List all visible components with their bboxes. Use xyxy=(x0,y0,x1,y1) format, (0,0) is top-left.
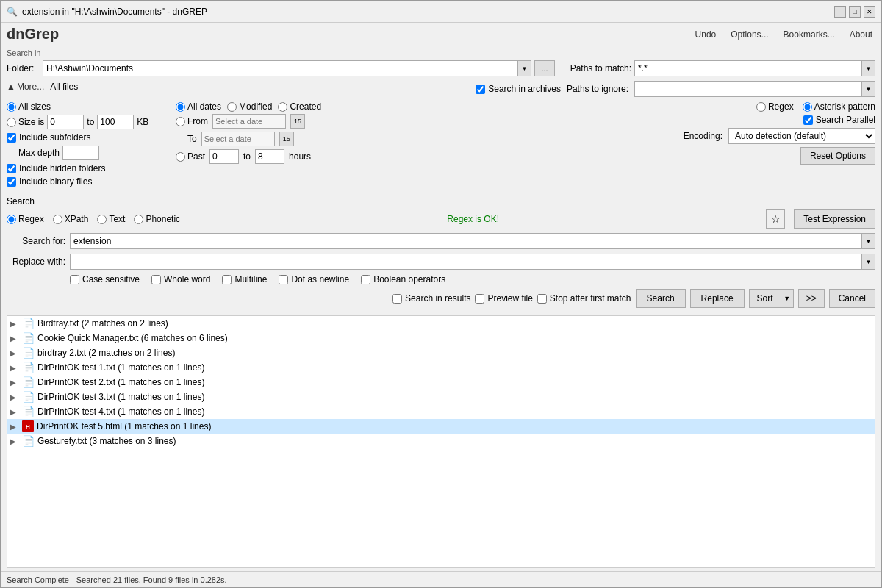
expand-icon[interactable]: ▶ xyxy=(10,423,19,431)
app-window: 🔍 extension in "H:\Ashwin\Documents" - d… xyxy=(0,0,882,588)
text-search-radio[interactable]: Text xyxy=(97,214,125,224)
past-to-input[interactable] xyxy=(255,149,284,164)
from-date-picker[interactable]: 15 xyxy=(290,114,305,129)
result-text: DirPrintOK test 5.html (1 matches on 1 l… xyxy=(37,421,211,431)
expand-icon[interactable]: ▶ xyxy=(10,364,19,372)
preview-file-checkbox[interactable]: Preview file xyxy=(475,293,532,304)
replace-dropdown[interactable]: ▼ xyxy=(862,254,875,270)
size-radio-group: All sizes xyxy=(7,101,176,112)
forward-button[interactable]: >> xyxy=(798,289,825,308)
search-in-results-checkbox[interactable]: Search in results xyxy=(392,293,470,304)
sort-button[interactable]: Sort xyxy=(749,289,781,308)
asterisk-pattern-radio[interactable]: Asterisk pattern xyxy=(803,101,875,112)
list-item[interactable]: ▶📄Birdtray.txt (2 matches on 2 lines) xyxy=(7,316,875,331)
results-area[interactable]: ▶📄Birdtray.txt (2 matches on 2 lines)▶📄C… xyxy=(7,315,875,568)
past-radio[interactable]: Past xyxy=(176,151,205,162)
replace-with-group: ▼ xyxy=(70,254,875,270)
paths-to-match-input[interactable] xyxy=(634,60,862,76)
folder-dropdown-arrow[interactable]: ▼ xyxy=(518,60,531,76)
list-item[interactable]: ▶HDirPrintOK test 5.html (1 matches on 1… xyxy=(7,419,875,434)
maximize-button[interactable]: □ xyxy=(849,6,861,18)
paths-dropdown-arrow[interactable]: ▼ xyxy=(862,60,875,76)
to-date-picker[interactable]: 15 xyxy=(279,132,294,146)
replace-button[interactable]: Replace xyxy=(690,289,745,308)
max-depth-input[interactable] xyxy=(62,146,99,160)
multiline-checkbox[interactable]: Multiline xyxy=(222,274,267,284)
to-date-row: To 15 xyxy=(176,132,345,146)
more-button[interactable]: ▲ More... xyxy=(7,82,44,92)
modified-radio[interactable]: Modified xyxy=(227,101,272,112)
regex-pattern-radio[interactable]: Regex xyxy=(756,101,794,112)
encoding-select[interactable]: Auto detection (default) xyxy=(728,128,875,144)
folder-input[interactable] xyxy=(43,60,518,76)
app-title: dnGrep xyxy=(7,26,59,43)
file-icon: 📄 xyxy=(22,406,35,417)
expand-icon[interactable]: ▶ xyxy=(10,379,19,387)
all-sizes-radio[interactable]: All sizes xyxy=(7,101,51,112)
bookmark-star-button[interactable]: ☆ xyxy=(766,209,785,229)
paths-to-ignore-group: ▼ xyxy=(634,81,875,97)
expand-icon[interactable]: ▶ xyxy=(10,393,19,401)
past-from-input[interactable] xyxy=(209,149,239,164)
sort-dropdown-arrow[interactable]: ▼ xyxy=(781,289,794,308)
created-radio[interactable]: Created xyxy=(278,101,321,112)
test-expression-button[interactable]: Test Expression xyxy=(794,209,875,229)
regex-search-radio[interactable]: Regex xyxy=(7,214,44,224)
search-in-archives-input[interactable] xyxy=(476,85,485,94)
ignore-dropdown-arrow[interactable]: ▼ xyxy=(862,81,875,97)
result-text: Gesturefy.txt (3 matches on 3 lines) xyxy=(37,436,176,446)
search-for-dropdown[interactable]: ▼ xyxy=(862,233,875,249)
close-button[interactable]: ✕ xyxy=(864,6,875,18)
sort-button-group: Sort ▼ xyxy=(749,289,794,308)
search-for-input[interactable] xyxy=(70,233,862,249)
reset-options-button[interactable]: Reset Options xyxy=(800,147,875,165)
include-subfolders-checkbox[interactable]: Include subfolders xyxy=(7,132,90,143)
result-text: DirPrintOK test 1.txt (1 matches on 1 li… xyxy=(37,362,204,373)
size-from-input[interactable] xyxy=(47,115,84,129)
xpath-search-radio[interactable]: XPath xyxy=(53,214,89,224)
size-to-input[interactable] xyxy=(97,115,134,129)
replace-with-row: Replace with: ▼ xyxy=(7,254,875,270)
search-button[interactable]: Search xyxy=(636,289,686,308)
search-parallel-checkbox[interactable]: Search Parallel xyxy=(803,115,875,125)
expand-icon[interactable]: ▶ xyxy=(10,408,19,416)
size-is-radio[interactable]: Size is xyxy=(7,117,44,127)
list-item[interactable]: ▶📄DirPrintOK test 3.txt (1 matches on 1 … xyxy=(7,390,875,404)
bookmarks-menu[interactable]: Bookmarks... xyxy=(781,28,838,41)
options-menu[interactable]: Options... xyxy=(728,28,771,41)
to-date-input[interactable] xyxy=(201,132,275,146)
from-radio[interactable]: From xyxy=(176,116,208,126)
expand-icon[interactable]: ▶ xyxy=(10,349,19,357)
boolean-operators-checkbox[interactable]: Boolean operators xyxy=(361,274,445,284)
case-sensitive-checkbox[interactable]: Case sensitive xyxy=(70,274,140,284)
list-item[interactable]: ▶📄Gesturefy.txt (3 matches on 3 lines) xyxy=(7,434,875,448)
size-is-row: Size is to KB xyxy=(7,115,176,129)
list-item[interactable]: ▶📄DirPrintOK test 1.txt (1 matches on 1 … xyxy=(7,360,875,375)
search-type-row: Regex XPath Text Phonetic Regex is OK! ☆… xyxy=(7,209,875,229)
file-icon: H xyxy=(22,420,34,432)
expand-icon[interactable]: ▶ xyxy=(10,334,19,343)
browse-button[interactable]: ... xyxy=(534,60,555,76)
expand-icon[interactable]: ▶ xyxy=(10,437,19,445)
divider-1 xyxy=(7,193,875,193)
dot-as-newline-checkbox[interactable]: Dot as newline xyxy=(279,274,349,284)
stop-after-first-checkbox[interactable]: Stop after first match xyxy=(537,293,631,304)
list-item[interactable]: ▶📄birdtray 2.txt (2 matches on 2 lines) xyxy=(7,345,875,360)
include-binary-files-checkbox[interactable]: Include binary files xyxy=(7,176,92,187)
expand-icon[interactable]: ▶ xyxy=(10,320,19,328)
phonetic-search-radio[interactable]: Phonetic xyxy=(134,214,180,224)
cancel-button[interactable]: Cancel xyxy=(829,289,875,308)
include-hidden-folders-checkbox[interactable]: Include hidden folders xyxy=(7,163,105,173)
list-item[interactable]: ▶📄DirPrintOK test 2.txt (1 matches on 1 … xyxy=(7,375,875,390)
search-in-archives-checkbox[interactable]: Search in archives xyxy=(476,84,561,94)
undo-menu[interactable]: Undo xyxy=(692,28,720,41)
list-item[interactable]: ▶📄Cookie Quick Manager.txt (6 matches on… xyxy=(7,331,875,345)
paths-to-ignore-input[interactable] xyxy=(634,81,862,97)
from-date-input[interactable] xyxy=(212,114,286,129)
list-item[interactable]: ▶📄DirPrintOK test 4.txt (1 matches on 1 … xyxy=(7,404,875,419)
all-dates-radio[interactable]: All dates xyxy=(176,101,221,112)
whole-word-checkbox[interactable]: Whole word xyxy=(151,274,210,284)
about-menu[interactable]: About xyxy=(847,28,875,41)
replace-with-input[interactable] xyxy=(70,254,862,270)
minimize-button[interactable]: ─ xyxy=(834,6,846,18)
